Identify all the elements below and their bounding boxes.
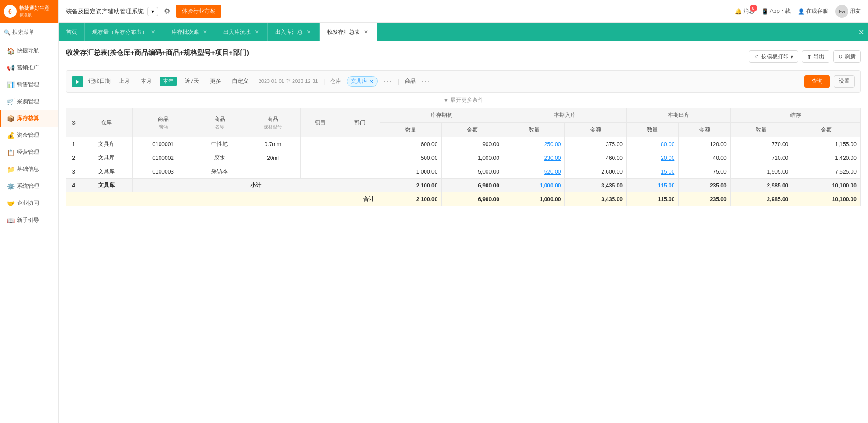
- trial-button[interactable]: 体验行业方案: [176, 5, 221, 18]
- row-in-qty[interactable]: 230.00: [503, 151, 565, 165]
- col-group-closing: 结存: [730, 108, 860, 123]
- row-goods-spec: [245, 165, 300, 179]
- online-support-button[interactable]: 👤 在线客服: [798, 7, 828, 15]
- date-this-year-button[interactable]: 本年: [160, 77, 177, 86]
- subtotal-closing-qty: 2,985.00: [730, 179, 792, 192]
- enterprise-icon: 🤝: [7, 200, 14, 207]
- query-button[interactable]: 查询: [804, 75, 830, 88]
- tab-summary[interactable]: 出入库汇总 ✕: [268, 23, 320, 41]
- goods-more-button[interactable]: ···: [421, 77, 430, 86]
- tab-home[interactable]: 首页: [59, 23, 85, 41]
- row-in-qty[interactable]: 520.00: [503, 165, 565, 179]
- search-menu-button[interactable]: 🔍 搜索菜单: [4, 27, 55, 38]
- row-goods-spec: 0.7mm: [245, 137, 300, 151]
- date-custom-button[interactable]: 自定义: [229, 77, 251, 86]
- topbar-left: 装备及固定资产辅助管理系统 ▾ ⚙ 体验行业方案: [66, 5, 221, 18]
- sidebar-item-marketing[interactable]: 📢 营销推广: [0, 59, 58, 76]
- home-icon: 🏠: [7, 47, 14, 55]
- row-out-qty[interactable]: 80.00: [626, 137, 678, 151]
- avatar: Ea: [835, 5, 848, 18]
- expand-label: 展开更多条件: [450, 96, 483, 104]
- filter-settings-button[interactable]: 设置: [834, 75, 855, 88]
- tab-label: 出入库汇总: [275, 28, 303, 36]
- row-warehouse: 文具库: [81, 151, 133, 165]
- subtotal-in-qty[interactable]: 1,000.00: [503, 179, 565, 192]
- warehouse-tag: 文具库 ✕: [347, 76, 378, 87]
- system-name: 装备及固定资产辅助管理系统: [66, 7, 144, 16]
- sidebar-item-system[interactable]: ⚙️ 系统管理: [0, 178, 58, 195]
- col-header-department: 部门: [340, 108, 380, 137]
- subtotal-row: 4 文具库 小计 2,100.00 6,900.00 1,000.00 3,43…: [66, 179, 861, 192]
- row-opening-amt: 5,000.00: [442, 165, 503, 179]
- search-menu-label: 搜索菜单: [12, 28, 34, 36]
- row-goods-code: 0100002: [132, 151, 194, 165]
- tab-collection-summary[interactable]: 收发存汇总表 ✕: [320, 23, 377, 41]
- subtotal-label: 小计: [132, 179, 380, 192]
- row-out-amt: 120.00: [679, 137, 730, 151]
- row-out-qty[interactable]: 20.00: [626, 151, 678, 165]
- tab-close-button[interactable]: ✕: [254, 29, 260, 35]
- sidebar-item-inventory[interactable]: 📦 库存核算: [0, 110, 58, 127]
- sidebar-item-quick-nav[interactable]: 🏠 快捷导航: [0, 42, 58, 59]
- date-last-month-button[interactable]: 上月: [116, 77, 133, 86]
- row-department: [340, 165, 380, 179]
- tab-close-button[interactable]: ✕: [150, 29, 156, 35]
- sidebar-item-purchase[interactable]: 🛒 采购管理: [0, 93, 58, 110]
- sidebar-item-sales[interactable]: 📊 销售管理: [0, 76, 58, 93]
- app-download-button[interactable]: 📱 App下载: [762, 7, 791, 15]
- tab-close-button[interactable]: ✕: [305, 29, 312, 35]
- export-button[interactable]: ⬆ 导出: [802, 50, 829, 63]
- sidebar-item-label: 快捷导航: [17, 47, 39, 55]
- row-closing-qty: 1,505.00: [730, 165, 792, 179]
- warehouse-tag-remove-button[interactable]: ✕: [369, 79, 374, 84]
- col-opening-amt: 金额: [442, 123, 503, 137]
- col-group-in: 本期入库: [503, 108, 626, 123]
- refresh-button[interactable]: ↻ 刷新: [833, 50, 861, 63]
- page-title: 收发存汇总表(按仓库+商品编码+商品+规格型号+项目+部门): [66, 49, 249, 57]
- sidebar-item-label: 经营管理: [17, 148, 39, 156]
- sidebar-item-operations[interactable]: 📋 经营管理: [0, 144, 58, 161]
- sidebar-item-assets[interactable]: 💰 资金管理: [0, 127, 58, 144]
- expand-conditions-button[interactable]: ▼ 展开更多条件: [443, 96, 484, 104]
- user-area: Ea 用友: [835, 5, 861, 18]
- row-opening-qty: 600.00: [380, 137, 442, 151]
- sidebar-item-enterprise[interactable]: 🤝 企业协同: [0, 195, 58, 212]
- date-7days-button[interactable]: 近7天: [182, 77, 202, 86]
- total-in-amt: 3,435.00: [565, 192, 627, 206]
- subtotal-opening-qty: 2,100.00: [380, 179, 442, 192]
- sidebar-item-basic-info[interactable]: 📁 基础信息: [0, 161, 58, 178]
- row-out-qty[interactable]: 15.00: [626, 165, 678, 179]
- date-this-month-button[interactable]: 本月: [138, 77, 155, 86]
- messages-button[interactable]: 🔔 消息 6: [735, 7, 754, 15]
- filter-toggle-button[interactable]: ▶: [72, 76, 83, 87]
- row-index: 1: [66, 137, 81, 151]
- subtotal-out-qty[interactable]: 115.00: [626, 179, 678, 192]
- tab-flow[interactable]: 出入库流水 ✕: [216, 23, 268, 41]
- print-button[interactable]: 🖨 按模板打印 ▾: [749, 50, 798, 63]
- close-all-tabs-button[interactable]: ✕: [858, 28, 864, 37]
- warehouse-more-button[interactable]: ···: [383, 77, 392, 86]
- tab-close-button[interactable]: ✕: [363, 29, 369, 35]
- row-goods-spec: 20ml: [245, 151, 300, 165]
- row-project: [300, 165, 340, 179]
- row-opening-amt: 900.00: [442, 137, 503, 151]
- tab-batch-account[interactable]: 库存批次账 ✕: [164, 23, 216, 41]
- sidebar-item-label: 采购管理: [17, 98, 39, 105]
- col-closing-qty: 数量: [730, 123, 792, 137]
- app-logo: 6: [4, 5, 17, 18]
- row-in-qty[interactable]: 250.00: [503, 137, 565, 151]
- system-dropdown[interactable]: ▾: [147, 7, 158, 16]
- tab-close-button[interactable]: ✕: [202, 29, 208, 35]
- date-more-button[interactable]: 更多: [207, 77, 224, 86]
- column-settings-button[interactable]: ⚙: [66, 108, 81, 137]
- online-support-label: 在线客服: [806, 7, 828, 15]
- row-in-amt: 2,600.00: [565, 165, 627, 179]
- basic-info-icon: 📁: [7, 166, 14, 173]
- row-goods-code: 0100001: [132, 137, 194, 151]
- total-closing-amt: 10,100.00: [792, 192, 861, 206]
- row-project: [300, 137, 340, 151]
- tab-stock-distribution[interactable]: 现存量（库存分布表） ✕: [85, 23, 164, 41]
- subtotal-index: 4: [66, 179, 81, 192]
- settings-gear-button[interactable]: ⚙: [162, 5, 172, 17]
- sidebar-item-guide[interactable]: 📖 新手引导: [0, 212, 58, 229]
